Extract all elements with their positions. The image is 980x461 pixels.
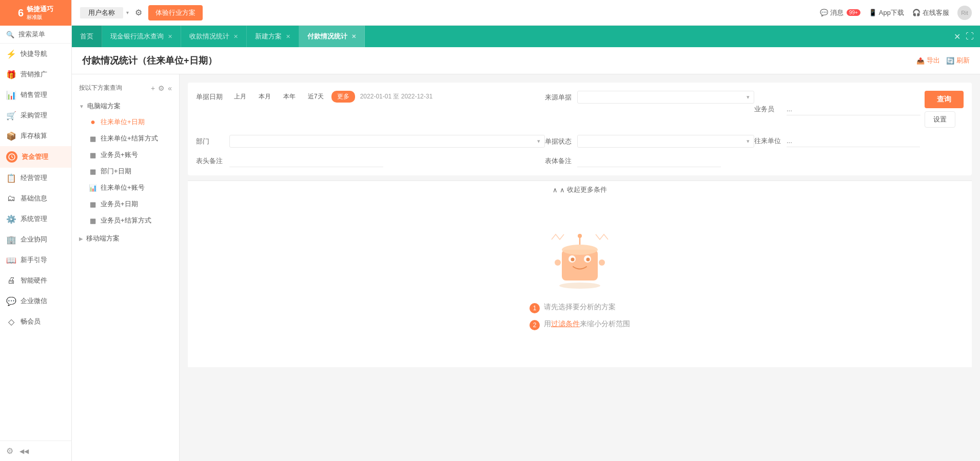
avatar[interactable]: Rit (957, 6, 972, 20)
app-download-label: App下载 (879, 8, 904, 17)
app-download-button[interactable]: 📱 App下载 (869, 8, 904, 17)
scheme-item-unit-date[interactable]: ● 往来单位+日期 (72, 114, 179, 130)
sidebar-item-finance[interactable]: 资金管理 (0, 146, 71, 168)
tab-bar-right: ✕ ⛶ (948, 26, 980, 47)
query-button[interactable]: 查询 (925, 91, 964, 108)
footer-settings-icon[interactable]: ⚙ (6, 446, 13, 456)
tab-close-all-icon[interactable]: ✕ (954, 32, 961, 42)
unit-label: 往来单位 (754, 136, 782, 146)
body-note-input[interactable] (577, 155, 721, 167)
status-select[interactable]: ▾ (577, 135, 754, 148)
sidebar-search-label: 搜索菜单 (18, 30, 45, 39)
sidebar-logo: 6 畅捷通巧 标准版 (0, 0, 71, 26)
scheme-item-staff-date[interactable]: ▦ 业务员+日期 (72, 196, 179, 212)
refresh-icon: 🔄 (946, 57, 954, 65)
cashflow-tab-close-icon[interactable]: ✕ (168, 33, 172, 40)
scheme-item-staff-settle[interactable]: ▦ 业务员+结算方式 (72, 212, 179, 229)
panel-collapse-icon[interactable]: « (168, 84, 172, 92)
sidebar-item-sales[interactable]: 📊 销售管理 (0, 85, 71, 105)
dept-label: 部门 (196, 137, 224, 146)
desktop-group-header[interactable]: ▼ 电脑端方案 (72, 98, 179, 114)
sidebar-item-label: 资金管理 (22, 152, 48, 162)
logo-text: 畅捷通巧 (27, 5, 53, 14)
tab-new-scheme[interactable]: 新建方案 ✕ (247, 26, 299, 47)
trial-button[interactable]: 体验行业方案 (148, 5, 203, 21)
source-label: 来源单据 (545, 93, 573, 102)
sidebar-item-inventory[interactable]: 📦 库存核算 (0, 126, 71, 146)
scheme-item-unit-account[interactable]: 📊 往来单位+账号 (72, 179, 179, 196)
action-buttons: 查询 设置 (925, 91, 964, 128)
dept-select[interactable]: ▾ (229, 135, 545, 148)
user-area: 用户名称 ▾ (80, 7, 129, 18)
filter-status-item: 单据状态 ▾ (545, 135, 754, 148)
refresh-button[interactable]: 🔄 刷新 (946, 56, 970, 65)
filter-unit-item: 往来单位 (754, 135, 964, 147)
tab-cashflow[interactable]: 现金银行流水查询 ✕ (102, 26, 181, 47)
sidebar-item-wechat[interactable]: 💬 企业微信 (0, 291, 71, 311)
panel-add-icon[interactable]: + (151, 84, 155, 92)
mobile-group-header[interactable]: ▶ 移动端方案 (72, 231, 179, 246)
sidebar-item-search[interactable]: 🔍 搜索菜单 (0, 26, 71, 44)
home-tab-label: 首页 (80, 32, 93, 41)
sidebar-item-basic[interactable]: 🗂 基础信息 (0, 188, 71, 209)
sidebar-item-hardware[interactable]: 🖨 智能硬件 (0, 270, 71, 291)
filter-dept-item: 部门 ▾ (196, 135, 545, 148)
scheme-item-dept-date[interactable]: ▦ 部门+日期 (72, 163, 179, 179)
scheme-icon: ▦ (88, 216, 97, 225)
sidebar-item-quicknav[interactable]: ⚡ 快捷导航 (0, 44, 71, 64)
status-arrow-icon: ▾ (747, 138, 750, 145)
receipt-tab-close-icon[interactable]: ✕ (233, 33, 238, 40)
date-tag-7days[interactable]: 近7天 (303, 91, 328, 103)
payment-tab-label: 付款情况统计 (307, 32, 347, 41)
unit-input[interactable] (787, 135, 920, 147)
sidebar-item-label: 系统管理 (21, 214, 47, 224)
scheme-item-unit-settle[interactable]: ▦ 往来单位+结算方式 (72, 130, 179, 147)
footer-collapse-icon[interactable]: ◀◀ (19, 448, 29, 455)
sidebar-item-label: 快捷导航 (21, 49, 47, 58)
date-tag-lastmonth[interactable]: 上月 (229, 91, 251, 103)
payment-tab-close-icon[interactable]: ✕ (351, 33, 356, 40)
header-actions: 💬 消息 99+ 📱 App下载 🎧 在线客服 Rit (820, 6, 972, 20)
tab-home[interactable]: 首页 (72, 26, 102, 47)
user-chevron-icon[interactable]: ▾ (126, 10, 129, 15)
scheme-item-staff-account[interactable]: ▦ 业务员+账号 (72, 147, 179, 163)
collapse-up-icon: ∧ ∧ (553, 186, 565, 194)
sidebar-item-operation[interactable]: 📋 经营管理 (0, 168, 71, 188)
sidebar-item-system[interactable]: ⚙️ 系统管理 (0, 209, 71, 229)
tab-payment[interactable]: 付款情况统计 ✕ (299, 26, 365, 47)
status-label: 单据状态 (545, 137, 573, 146)
settings-button[interactable]: 设置 (925, 111, 955, 128)
sidebar-item-enterprise[interactable]: 🏢 企业协同 (0, 229, 71, 250)
step-2-highlight[interactable]: 过滤条件 (551, 319, 580, 328)
svg-point-10 (555, 259, 561, 266)
source-select[interactable]: ▾ (577, 91, 754, 104)
sidebar-item-label: 新手引导 (21, 255, 47, 265)
sidebar-item-label: 经营管理 (21, 173, 47, 183)
new-scheme-tab-close-icon[interactable]: ✕ (286, 33, 290, 40)
date-range-text: 2022-01-01 至 2022-12-31 (360, 92, 433, 101)
tab-receipt[interactable]: 收款情况统计 ✕ (181, 26, 247, 47)
collapse-bar[interactable]: ∧ ∧ 收起更多条件 (188, 181, 972, 198)
sidebar-item-marketing[interactable]: 🎁 营销推广 (0, 64, 71, 85)
scheme-item-label: 业务员+账号 (101, 150, 138, 159)
notification-badge: 99+ (847, 9, 860, 16)
header-note-input[interactable] (229, 155, 383, 167)
online-service-button[interactable]: 🎧 在线客服 (912, 8, 949, 17)
notification-icon: 💬 (820, 9, 828, 16)
tab-expand-icon[interactable]: ⛶ (966, 32, 974, 41)
sidebar-item-label: 库存核算 (21, 131, 47, 141)
sidebar-item-guide[interactable]: 📖 新手引导 (0, 250, 71, 270)
staff-label: 业务员 (754, 105, 782, 114)
date-tag-thismonth[interactable]: 本月 (254, 91, 276, 103)
export-button[interactable]: 📤 导出 (916, 56, 940, 65)
notification-button[interactable]: 💬 消息 99+ (820, 8, 860, 17)
staff-input[interactable] (787, 103, 920, 115)
panel-settings-icon[interactable]: ⚙ (158, 84, 165, 92)
date-tag-thisyear[interactable]: 本年 (279, 91, 300, 103)
date-tag-more[interactable]: 更多 (331, 91, 355, 103)
sidebar-item-member[interactable]: ◇ 畅会员 (0, 311, 71, 332)
sidebar-item-purchase[interactable]: 🛒 采购管理 (0, 105, 71, 126)
group-arrow-icon: ▼ (79, 104, 84, 109)
header-settings-icon[interactable]: ⚙ (135, 8, 142, 17)
desktop-group-label: 电脑端方案 (87, 102, 121, 111)
